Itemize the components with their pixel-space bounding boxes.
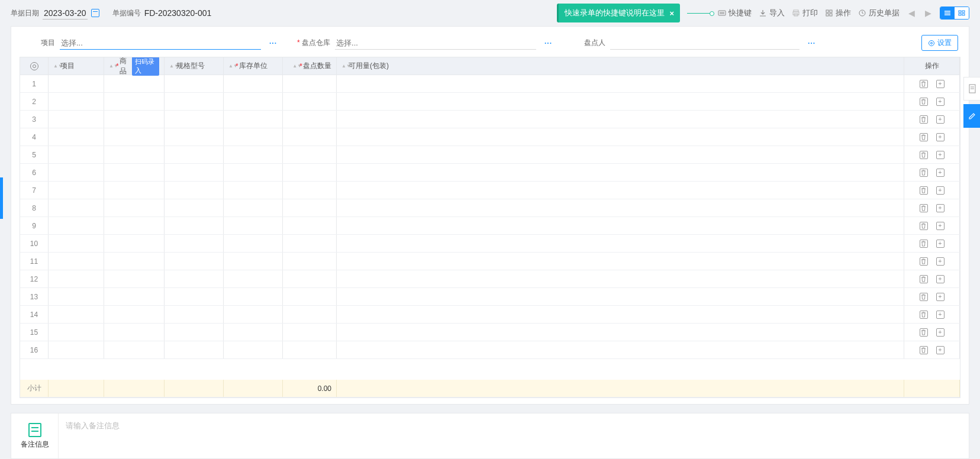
delete-icon[interactable] bbox=[920, 311, 928, 319]
cell-avail[interactable] bbox=[337, 235, 904, 252]
chevron-left-icon[interactable]: ◀ bbox=[907, 8, 916, 18]
cell-avail[interactable] bbox=[337, 217, 904, 234]
table-row[interactable]: 1 bbox=[20, 75, 960, 93]
cell-project[interactable] bbox=[49, 235, 104, 252]
cell-product[interactable] bbox=[104, 341, 165, 358]
shortcut-button[interactable]: 快捷键 bbox=[718, 8, 752, 18]
cell-qty[interactable] bbox=[283, 111, 337, 128]
cell-spec[interactable] bbox=[165, 93, 224, 110]
table-row[interactable]: 15 bbox=[20, 324, 960, 341]
cell-product[interactable] bbox=[104, 199, 165, 216]
history-button[interactable]: 历史单据 bbox=[858, 8, 900, 18]
cell-qty[interactable] bbox=[283, 75, 337, 92]
cell-project[interactable] bbox=[49, 253, 104, 270]
chevron-right-icon[interactable]: ▶ bbox=[923, 8, 933, 18]
cell-spec[interactable] bbox=[165, 111, 224, 128]
cell-unit[interactable] bbox=[224, 128, 283, 146]
cell-qty[interactable] bbox=[283, 253, 337, 270]
delete-icon[interactable] bbox=[920, 240, 928, 248]
cell-project[interactable] bbox=[49, 341, 104, 358]
calendar-icon[interactable] bbox=[91, 9, 99, 17]
cell-spec[interactable] bbox=[165, 146, 224, 163]
add-row-icon[interactable] bbox=[936, 293, 944, 301]
cell-product[interactable] bbox=[104, 253, 165, 270]
cell-product[interactable] bbox=[104, 111, 165, 128]
add-row-icon[interactable] bbox=[936, 98, 944, 106]
project-select[interactable] bbox=[60, 37, 261, 50]
cell-product[interactable] bbox=[104, 288, 165, 305]
cell-unit[interactable] bbox=[224, 217, 283, 234]
cell-project[interactable] bbox=[49, 270, 104, 287]
cell-avail[interactable] bbox=[337, 324, 904, 341]
cell-unit[interactable] bbox=[224, 93, 283, 110]
cell-avail[interactable] bbox=[337, 253, 904, 270]
cell-qty[interactable] bbox=[283, 341, 337, 358]
cell-product[interactable] bbox=[104, 128, 165, 146]
cell-unit[interactable] bbox=[224, 164, 283, 181]
cell-avail[interactable] bbox=[337, 182, 904, 199]
table-row[interactable]: 13 bbox=[20, 288, 960, 306]
view-list-icon[interactable] bbox=[940, 7, 955, 19]
person-select[interactable] bbox=[610, 37, 800, 50]
add-row-icon[interactable] bbox=[936, 346, 944, 354]
close-icon[interactable]: × bbox=[669, 9, 674, 18]
date-value[interactable]: 2023-03-20 bbox=[43, 7, 88, 20]
cell-qty[interactable] bbox=[283, 306, 337, 323]
cell-product[interactable] bbox=[104, 217, 165, 234]
project-more-icon[interactable]: ··· bbox=[269, 39, 277, 47]
table-row[interactable]: 2 bbox=[20, 93, 960, 111]
cell-project[interactable] bbox=[49, 111, 104, 128]
add-row-icon[interactable] bbox=[936, 204, 944, 212]
ops-button[interactable]: 操作 bbox=[825, 8, 851, 18]
cell-avail[interactable] bbox=[337, 164, 904, 181]
th-avail[interactable]: ▲▼ 可用量(包装) bbox=[337, 57, 904, 75]
cell-project[interactable] bbox=[49, 182, 104, 199]
cell-unit[interactable] bbox=[224, 270, 283, 287]
cell-avail[interactable] bbox=[337, 75, 904, 92]
cell-unit[interactable] bbox=[224, 253, 283, 270]
cell-avail[interactable] bbox=[337, 288, 904, 305]
warehouse-select[interactable] bbox=[335, 37, 536, 50]
delete-icon[interactable] bbox=[920, 293, 928, 301]
cell-unit[interactable] bbox=[224, 146, 283, 163]
cell-project[interactable] bbox=[49, 306, 104, 323]
cell-avail[interactable] bbox=[337, 146, 904, 163]
cell-qty[interactable] bbox=[283, 199, 337, 216]
table-row[interactable]: 7 bbox=[20, 182, 960, 199]
th-unit[interactable]: ▲▼ *库存单位 bbox=[224, 57, 283, 75]
cell-unit[interactable] bbox=[224, 341, 283, 358]
table-row[interactable]: 3 bbox=[20, 111, 960, 128]
settings-button[interactable]: 设置 bbox=[921, 35, 958, 51]
cell-avail[interactable] bbox=[337, 199, 904, 216]
cell-qty[interactable] bbox=[283, 235, 337, 252]
rail-edit-icon[interactable] bbox=[963, 104, 980, 128]
person-more-icon[interactable]: ··· bbox=[808, 39, 815, 47]
cell-spec[interactable] bbox=[165, 253, 224, 270]
delete-icon[interactable] bbox=[920, 133, 928, 141]
cell-qty[interactable] bbox=[283, 288, 337, 305]
cell-avail[interactable] bbox=[337, 128, 904, 146]
table-row[interactable]: 16 bbox=[20, 341, 960, 359]
delete-icon[interactable] bbox=[920, 115, 928, 124]
add-row-icon[interactable] bbox=[936, 133, 944, 141]
cell-avail[interactable] bbox=[337, 341, 904, 358]
cell-qty[interactable] bbox=[283, 182, 337, 199]
cell-avail[interactable] bbox=[337, 93, 904, 110]
cell-spec[interactable] bbox=[165, 164, 224, 181]
import-button[interactable]: 导入 bbox=[759, 8, 785, 18]
remarks-input[interactable] bbox=[59, 413, 969, 458]
th-product[interactable]: ▲▼ *商品 扫码录入 bbox=[104, 57, 165, 75]
cell-product[interactable] bbox=[104, 164, 165, 181]
table-row[interactable]: 8 bbox=[20, 199, 960, 217]
add-row-icon[interactable] bbox=[936, 169, 944, 177]
add-row-icon[interactable] bbox=[936, 186, 944, 195]
delete-icon[interactable] bbox=[920, 328, 928, 337]
table-row[interactable]: 11 bbox=[20, 253, 960, 270]
delete-icon[interactable] bbox=[920, 151, 928, 159]
table-row[interactable]: 12 bbox=[20, 270, 960, 288]
table-row[interactable]: 10 bbox=[20, 235, 960, 253]
cell-unit[interactable] bbox=[224, 111, 283, 128]
add-row-icon[interactable] bbox=[936, 240, 944, 248]
cell-unit[interactable] bbox=[224, 75, 283, 92]
th-gear[interactable] bbox=[20, 57, 49, 75]
